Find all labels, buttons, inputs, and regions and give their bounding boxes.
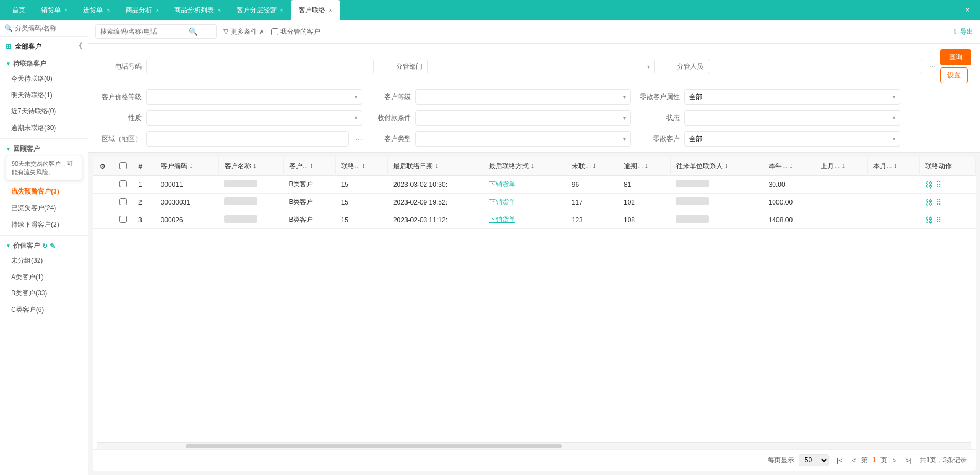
th-name[interactable]: 客户名称 ↕ — [218, 157, 283, 176]
filter-field-price-level: 客户价格等级 ▾ — [97, 89, 362, 105]
scrollbar-area[interactable] — [97, 442, 971, 449]
th-checkbox[interactable] — [113, 157, 133, 176]
filter-select-nature[interactable]: ▾ — [146, 110, 362, 126]
sidebar-item-declining[interactable]: 持续下滑客户(2) — [0, 217, 88, 233]
sidebar-item-overdue[interactable]: 逾期未联络(30) — [0, 120, 88, 137]
close-icon[interactable]: × — [106, 7, 110, 13]
edit-icon[interactable]: ✎ — [50, 242, 55, 250]
th-last-method[interactable]: 最后联络方式 ↕ — [483, 157, 566, 176]
sidebar-all-customers[interactable]: ⊞ 全部客户 《 — [0, 37, 88, 56]
filter-select-zero-customer[interactable]: 全部 ▾ — [684, 131, 900, 147]
next-page-button[interactable]: > — [889, 455, 900, 466]
prev-page-button[interactable]: < — [848, 455, 859, 466]
export-button[interactable]: ⇧ 导出 — [952, 27, 973, 36]
current-page: 1 — [870, 456, 878, 464]
sidebar-group-pending[interactable]: ▼ 待联络客户 — [0, 56, 88, 71]
last-page-button[interactable]: >| — [903, 455, 915, 466]
nav-tab-purchase[interactable]: 进货单 × — [75, 0, 117, 20]
sidebar-item-ungroup[interactable]: 未分组(32) — [0, 253, 88, 269]
close-icon[interactable]: × — [155, 7, 159, 13]
close-icon[interactable]: × — [217, 7, 221, 13]
nav-tab-customer-tier[interactable]: 客户分层经营 × — [229, 0, 291, 20]
sidebar-item-churn-warning[interactable]: 流失预警客户(3) — [0, 184, 88, 200]
close-icon[interactable]: × — [329, 7, 332, 13]
th-uncontacted[interactable]: 未联... ↕ — [566, 157, 618, 176]
filter-row-1: 电话号码 分管部门 ▾ 分管人员 ··· — [97, 49, 971, 83]
link-icon[interactable]: ⛓ — [925, 180, 932, 189]
close-icon[interactable]: × — [280, 7, 283, 13]
row-settings — [93, 176, 113, 194]
filter-input-phone[interactable] — [146, 59, 374, 74]
filter-select-zero-attr[interactable]: 全部 ▾ — [684, 89, 900, 105]
nav-tab-customer-contact[interactable]: 客户联络 × — [291, 0, 340, 20]
refresh-icon[interactable]: ↻ — [42, 242, 48, 250]
row-checkbox[interactable] — [113, 211, 133, 229]
nav-home[interactable]: 首页 — [4, 6, 33, 15]
link-icon[interactable]: ⛓ — [925, 198, 932, 207]
close-icon[interactable]: × — [64, 7, 67, 13]
row-last-method: 下销货单 — [483, 176, 566, 194]
row-this-month — [867, 176, 919, 194]
row-overdue: 108 — [618, 211, 670, 229]
sidebar-item-classB[interactable]: B类客户(33) — [0, 285, 88, 302]
nav-tab-analysis-list[interactable]: 商品分析列表 × — [166, 0, 228, 20]
filter-select-ctype[interactable]: ▾ — [415, 131, 632, 147]
settings-button[interactable]: 设置 — [940, 67, 968, 83]
menu-icon[interactable]: ⠿ — [936, 216, 941, 225]
more-options-icon[interactable]: ··· — [356, 134, 362, 143]
scrollbar-thumb[interactable] — [186, 444, 562, 448]
th-overdue[interactable]: 逾期... ↕ — [618, 157, 670, 176]
filter-more-button[interactable]: ▽ 更多条件 ∧ — [223, 27, 264, 36]
sidebar-group-review[interactable]: ▼ 回顾客户 — [0, 141, 88, 156]
th-settings[interactable]: ⚙ — [93, 157, 113, 176]
more-options-icon[interactable]: ··· — [929, 62, 936, 71]
sidebar-item-7days[interactable]: 近7天待联络(0) — [0, 103, 88, 120]
sidebar-item-tomorrow[interactable]: 明天待联络(1) — [0, 87, 88, 104]
th-contact-person[interactable]: 往来单位联系人 ↕ — [670, 157, 763, 176]
th-contact[interactable]: 联络... ↕ — [336, 157, 388, 176]
row-name — [218, 211, 283, 229]
filter-select-region[interactable] — [146, 131, 349, 147]
nav-tab-salelist[interactable]: 销货单 × — [33, 0, 75, 20]
filter-select-status[interactable]: ▾ — [684, 110, 900, 126]
filter-search-button[interactable]: 🔍 — [189, 27, 198, 36]
filter-select-customer-level[interactable]: ▾ — [415, 89, 632, 105]
row-checkbox[interactable] — [113, 194, 133, 211]
sidebar-item-today[interactable]: 今天待联络(0) — [0, 71, 88, 87]
filter-select-dept[interactable]: ▾ — [427, 59, 655, 74]
my-customers-checkbox[interactable] — [271, 28, 278, 35]
select-all-checkbox[interactable] — [119, 162, 127, 169]
filter-select-person[interactable] — [708, 59, 922, 74]
page-size-select[interactable]: 50 100 200 — [799, 454, 829, 466]
link-icon[interactable]: ⛓ — [925, 216, 932, 225]
my-customers-checkbox-label[interactable]: 我分管的客户 — [271, 27, 320, 36]
filter-select-price-level[interactable]: ▾ — [146, 89, 362, 105]
table-scroll-area[interactable]: ⚙ # 客户编码 ↕ 客户名称 ↕ 客户... ↕ 联络... ↕ 最后联络日期… — [93, 157, 976, 442]
query-button[interactable]: 查询 — [940, 49, 971, 65]
menu-icon[interactable]: ⠿ — [936, 198, 941, 207]
sidebar-group-value[interactable]: ▼ 价值客户 ↻ ✎ — [0, 238, 88, 253]
close-all-icon[interactable]: × — [960, 5, 976, 15]
row-contact-person — [670, 211, 763, 229]
filter-field-zero-customer: 零散客户 全部 ▾ — [635, 131, 900, 147]
collapse-icon[interactable]: 《 — [75, 41, 82, 51]
th-last-month[interactable]: 上月... ↕ — [815, 157, 867, 176]
th-this-year[interactable]: 本年... ↕ — [763, 157, 815, 176]
sidebar-item-classA[interactable]: A类客户(1) — [0, 269, 88, 286]
first-page-button[interactable]: |< — [833, 455, 846, 466]
sidebar-item-churned[interactable]: 已流失客户(24) — [0, 200, 88, 217]
sidebar-item-classC[interactable]: C类客户(6) — [0, 302, 88, 319]
nav-tab-analysis[interactable]: 商品分析 × — [118, 0, 166, 20]
th-level[interactable]: 客户... ↕ — [283, 157, 335, 176]
th-this-month[interactable]: 本月... ↕ — [867, 157, 919, 176]
filter-select-payment[interactable]: ▾ — [415, 110, 632, 126]
sidebar-search-input[interactable] — [15, 24, 88, 32]
th-last-date[interactable]: 最后联络日期 ↕ — [388, 157, 483, 176]
filter-search-input[interactable] — [100, 28, 189, 35]
top-nav: 首页 销货单 × 进货单 × 商品分析 × 商品分析列表 × 客户分层经营 × … — [0, 0, 980, 20]
chevron-down-icon: ▾ — [355, 115, 357, 121]
chevron-down-icon: ▾ — [647, 64, 650, 70]
th-code[interactable]: 客户编码 ↕ — [155, 157, 219, 176]
menu-icon[interactable]: ⠿ — [936, 180, 941, 189]
row-checkbox[interactable] — [113, 176, 133, 194]
